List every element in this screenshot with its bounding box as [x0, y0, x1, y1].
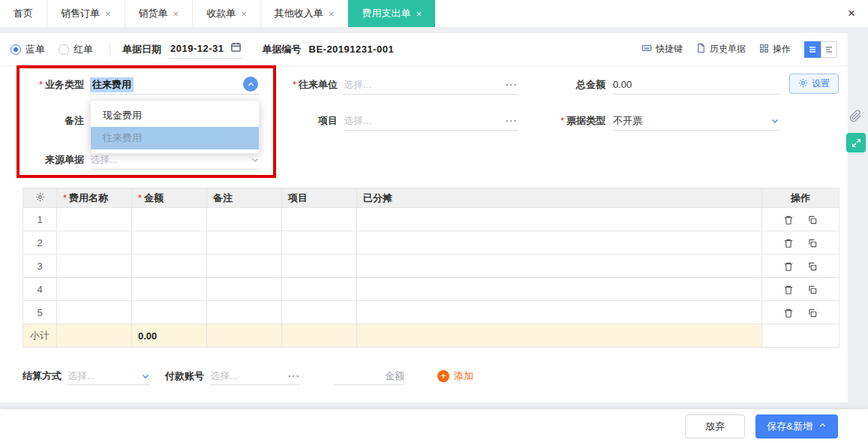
content-panel: 蓝单 红单 单据日期 2019-12-31 单据编号 BE-20191231-0…: [0, 33, 848, 402]
cell-operations: [762, 208, 839, 231]
cell-remark[interactable]: [207, 255, 282, 278]
table-row: 3: [23, 255, 839, 278]
tab-sales-delivery[interactable]: 销货单 ×: [125, 0, 194, 27]
row-number: 1: [23, 208, 57, 231]
cell-allocated[interactable]: [357, 278, 762, 301]
cell-expense-name[interactable]: [57, 255, 132, 278]
delete-row-icon[interactable]: [783, 285, 794, 295]
cell-remark[interactable]: [207, 231, 282, 255]
ellipsis-icon[interactable]: ···: [506, 79, 518, 90]
delete-row-icon[interactable]: [783, 261, 794, 272]
payment-account-field[interactable]: 选择... ···: [210, 367, 300, 385]
row-number: 3: [23, 255, 57, 278]
doc-number-field[interactable]: BE-20191231-001: [309, 44, 395, 55]
radio-blue-bill[interactable]: 蓝单: [11, 43, 45, 56]
add-settlement-button[interactable]: + 添加: [437, 369, 473, 383]
save-and-new-button[interactable]: 保存&新增: [755, 414, 838, 438]
column-settings-cell[interactable]: [23, 188, 57, 208]
fullscreen-expand-icon[interactable]: [846, 133, 866, 152]
tab-other-income[interactable]: 其他收入单 ×: [261, 0, 349, 27]
tab-close-icon[interactable]: ×: [329, 9, 335, 19]
tab-expense-bill-active[interactable]: 费用支出单 ×: [348, 0, 435, 27]
cell-allocated[interactable]: [357, 255, 762, 278]
cell-allocated[interactable]: [357, 301, 762, 324]
list-view-button[interactable]: [804, 41, 821, 58]
gear-icon[interactable]: [35, 193, 45, 204]
shortcut-keys-button[interactable]: 快捷键: [641, 43, 683, 56]
view-toggle: [804, 41, 837, 58]
tab-receipt[interactable]: 收款单 ×: [193, 0, 261, 27]
chevron-down-icon[interactable]: [770, 116, 779, 125]
tab-home[interactable]: 首页: [0, 0, 47, 27]
shortcut-keys-label: 快捷键: [656, 43, 683, 56]
delete-row-icon[interactable]: [783, 215, 794, 225]
settings-button[interactable]: 设置: [789, 74, 839, 94]
cell-expense-name[interactable]: [57, 301, 132, 324]
tab-close-icon[interactable]: ×: [241, 9, 247, 19]
header-remark: 备注: [207, 188, 282, 208]
invoice-type-field[interactable]: 不开票: [613, 111, 779, 131]
cell-amount[interactable]: [132, 255, 207, 278]
cell-allocated[interactable]: [357, 208, 762, 231]
project-field[interactable]: 选择... ···: [344, 111, 518, 131]
tab-close-icon[interactable]: ×: [416, 9, 422, 19]
cell-project[interactable]: [282, 278, 357, 301]
chevron-down-icon[interactable]: [251, 155, 260, 164]
total-amount-value: 0.00: [613, 79, 632, 90]
cell-remark[interactable]: [207, 278, 282, 301]
cell-amount[interactable]: [132, 231, 207, 255]
dropdown-option-cash-expense[interactable]: 现金费用: [91, 104, 259, 127]
copy-row-icon[interactable]: [807, 238, 818, 249]
cell-project[interactable]: [282, 301, 357, 324]
copy-row-icon[interactable]: [807, 308, 818, 318]
delete-row-icon[interactable]: [783, 308, 794, 318]
cell-expense-name[interactable]: [57, 231, 132, 255]
save-and-new-label: 保存&新增: [767, 420, 812, 433]
cell-project[interactable]: [282, 255, 357, 278]
settlement-method-field[interactable]: 选择...: [68, 367, 150, 385]
calendar-icon[interactable]: [230, 41, 242, 55]
delete-row-icon[interactable]: [783, 238, 794, 249]
date-field[interactable]: 2019-12-31: [169, 40, 243, 59]
cell-project[interactable]: [282, 231, 357, 255]
radio-red-bill[interactable]: 红单: [59, 43, 93, 56]
tab-sales-order[interactable]: 销售订单 ×: [47, 0, 125, 27]
copy-row-icon[interactable]: [807, 215, 818, 225]
required-icon: *: [293, 79, 296, 90]
tab-label: 费用支出单: [362, 7, 410, 20]
attachment-paperclip-icon[interactable]: [849, 110, 862, 125]
tab-label: 销货单: [139, 7, 168, 20]
cell-remark[interactable]: [207, 301, 282, 324]
detail-view-button[interactable]: [821, 41, 837, 58]
chevron-down-icon[interactable]: [141, 372, 150, 381]
cell-amount[interactable]: [132, 301, 207, 324]
settlement-amount-field[interactable]: 金额: [333, 367, 404, 385]
cell-project[interactable]: [282, 208, 357, 231]
business-type-value: 往来费用: [90, 77, 134, 92]
payment-account-label: 付款账号: [165, 369, 204, 383]
discard-button[interactable]: 放弃: [685, 414, 745, 438]
cell-remark[interactable]: [207, 208, 282, 231]
collapse-dropdown-button[interactable]: [243, 77, 258, 92]
cell-allocated[interactable]: [357, 231, 762, 255]
total-amount-field[interactable]: 0.00: [613, 75, 779, 95]
ellipsis-icon[interactable]: ···: [288, 370, 300, 381]
cell-expense-name[interactable]: [57, 208, 132, 231]
partner-field[interactable]: 选择... ···: [344, 75, 518, 95]
cell-amount[interactable]: [132, 208, 207, 231]
dropdown-option-current-expense[interactable]: 往来费用: [91, 127, 259, 149]
toolbar-right: 快捷键 历史单据 操作: [641, 41, 837, 58]
copy-row-icon[interactable]: [807, 261, 818, 272]
ellipsis-icon[interactable]: ···: [506, 115, 518, 126]
cell-amount[interactable]: [132, 278, 207, 301]
history-documents-button[interactable]: 历史单据: [696, 43, 746, 56]
tab-close-icon[interactable]: ×: [105, 9, 111, 19]
date-value: 2019-12-31: [170, 43, 224, 54]
table-header-row: *费用名称 *金额 备注 项目 已分摊 操作: [23, 188, 839, 208]
business-type-field[interactable]: 往来费用: [90, 75, 260, 95]
cell-expense-name[interactable]: [57, 278, 132, 301]
tab-close-icon[interactable]: ×: [173, 9, 179, 19]
copy-row-icon[interactable]: [807, 285, 818, 295]
close-icon[interactable]: ×: [841, 0, 862, 27]
operations-button[interactable]: 操作: [759, 43, 791, 56]
